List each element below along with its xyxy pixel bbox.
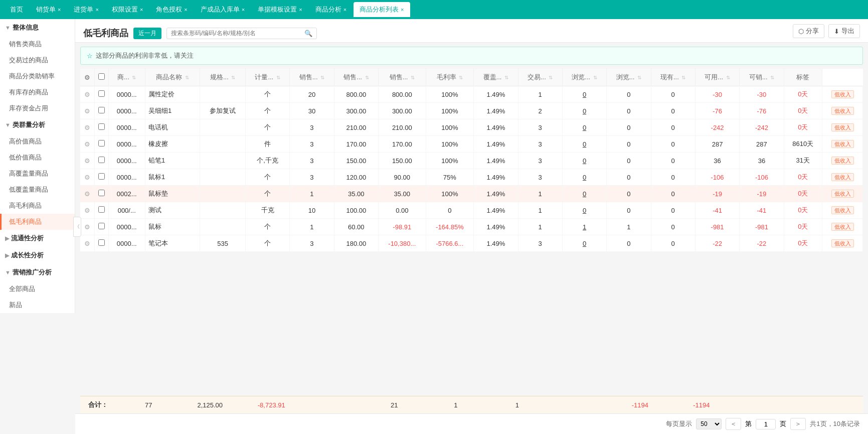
table-wrapper[interactable]: ⚙ 商... ⇅ 商品名称 ⇅ 规格... ⇅ 计量... ⇅ 销售... ⇅ …	[80, 69, 863, 396]
nav-home[interactable]: 首页	[4, 2, 29, 17]
row-gear[interactable]: ⚙	[80, 202, 94, 219]
sidebar-group-growth[interactable]: ▶ 成长性分析	[0, 247, 75, 264]
row-gear[interactable]: ⚙	[80, 153, 94, 169]
row-trade[interactable]: 0	[562, 235, 606, 252]
row-stock: -76	[695, 103, 739, 119]
row-checkbox[interactable]	[94, 103, 108, 119]
row-gear[interactable]: ⚙	[80, 86, 94, 103]
th-stock: 现有... ⇅	[651, 69, 695, 86]
nav-product-analysis[interactable]: 商品分析 ×	[309, 2, 353, 17]
row-price: 210.00	[334, 119, 378, 136]
row-trade[interactable]: 1	[562, 219, 606, 235]
page-number-input[interactable]	[756, 419, 776, 429]
row-amount: 170.00	[378, 136, 426, 153]
row-pct: -164.85%	[426, 219, 474, 235]
footer-amount: -8,723.91	[241, 401, 302, 409]
sidebar-group-cluster[interactable]: ▼ 类群量分析	[0, 116, 75, 133]
row-checkbox[interactable]	[94, 136, 108, 153]
row-trade[interactable]: 0	[562, 119, 606, 136]
row-trade[interactable]: 0	[562, 136, 606, 153]
search-input[interactable]	[171, 30, 304, 37]
row-spec	[200, 119, 246, 136]
nav-template[interactable]: 单据模板设置 ×	[252, 2, 308, 17]
row-unit: 个	[245, 186, 289, 202]
row-tag: 低收入	[822, 86, 863, 103]
sidebar-item-new-products[interactable]: 新品	[0, 297, 75, 313]
row-gear[interactable]: ⚙	[80, 186, 94, 202]
sidebar-item-stock-funds[interactable]: 库存资金占用	[0, 100, 75, 116]
nav-close-permissions[interactable]: ×	[140, 7, 143, 13]
nav-close-product-in[interactable]: ×	[242, 7, 245, 13]
nav-close-purchase[interactable]: ×	[95, 7, 98, 13]
sidebar-group-overall[interactable]: ▼ 整体信息	[0, 19, 75, 36]
search-icon[interactable]: 🔍	[304, 30, 312, 37]
nav-close-roles[interactable]: ×	[184, 7, 187, 13]
select-all-checkbox[interactable]	[98, 73, 105, 80]
row-checkbox[interactable]	[94, 86, 108, 103]
row-checkbox[interactable]	[94, 235, 108, 252]
row-avail: -22	[740, 235, 784, 252]
th-browse1: 浏览... ⇅	[562, 69, 606, 86]
row-gear[interactable]: ⚙	[80, 136, 94, 153]
nav-close-template[interactable]: ×	[299, 7, 302, 13]
row-cover: 3	[518, 136, 562, 153]
row-trade[interactable]: 0	[562, 103, 606, 119]
sidebar-item-low-coverage[interactable]: 低覆盖量商品	[0, 182, 75, 198]
row-amount: 210.00	[378, 119, 426, 136]
nav-roles[interactable]: 角色授权 ×	[150, 2, 193, 17]
row-trade[interactable]: 0	[562, 186, 606, 202]
row-gear[interactable]: ⚙	[80, 119, 94, 136]
row-checkbox[interactable]	[94, 186, 108, 202]
row-checkbox[interactable]	[94, 169, 108, 186]
share-button[interactable]: ⬡ 分享	[793, 24, 824, 38]
sidebar-item-high-value[interactable]: 高价值商品	[0, 133, 75, 150]
row-margin: 1.49%	[474, 186, 518, 202]
sidebar-item-low-value[interactable]: 低价值商品	[0, 150, 75, 166]
nav-close-product-analysis[interactable]: ×	[343, 7, 346, 13]
nav-permissions[interactable]: 权限设置 ×	[106, 2, 149, 17]
row-margin: 1.49%	[474, 153, 518, 169]
row-name: 测试	[145, 202, 200, 219]
nav-close-sales[interactable]: ×	[58, 7, 61, 13]
prev-page-btn[interactable]: ＜	[726, 418, 741, 430]
nav-purchase[interactable]: 进货单 ×	[68, 2, 104, 17]
sidebar-item-traded-products[interactable]: 交易过的商品	[0, 52, 75, 68]
sidebar-item-category-rate[interactable]: 商品分类助销率	[0, 68, 75, 84]
row-gear[interactable]: ⚙	[80, 235, 94, 252]
row-browse1: 0	[607, 86, 651, 103]
sidebar-group-marketing[interactable]: ▼ 营销推广分析	[0, 264, 75, 281]
row-gear[interactable]: ⚙	[80, 169, 94, 186]
footer-price: 2,125.00	[180, 401, 241, 409]
row-checkbox[interactable]	[94, 202, 108, 219]
sidebar-group-flow[interactable]: ▶ 流通性分析	[0, 230, 75, 247]
sidebar-item-high-margin[interactable]: 高毛利商品	[0, 198, 75, 214]
row-tag: 低收入	[822, 136, 863, 153]
sidebar-item-sales-products[interactable]: 销售类商品	[0, 36, 75, 52]
row-trade[interactable]: 0	[562, 153, 606, 169]
th-name: 商品名称 ⇅	[145, 69, 200, 86]
sidebar-collapse-btn[interactable]: 《	[73, 217, 81, 237]
sidebar-item-instock-products[interactable]: 有库存的商品	[0, 84, 75, 100]
export-button[interactable]: ⬇ 导出	[828, 24, 860, 38]
time-filter-button[interactable]: 近一月	[133, 28, 161, 39]
page-title: 低毛利商品	[83, 27, 128, 39]
nav-product-in[interactable]: 产成品入库单 ×	[195, 2, 251, 17]
row-trade[interactable]: 0	[562, 202, 606, 219]
row-trade[interactable]: 0	[562, 169, 606, 186]
nav-sales[interactable]: 销货单 ×	[30, 2, 67, 17]
row-gear[interactable]: ⚙	[80, 103, 94, 119]
next-page-btn[interactable]: ＞	[790, 418, 806, 430]
row-checkbox[interactable]	[94, 219, 108, 235]
sidebar-item-high-coverage[interactable]: 高覆盖量商品	[0, 166, 75, 182]
row-trade[interactable]: 0	[562, 86, 606, 103]
th-gear[interactable]: ⚙	[80, 69, 94, 86]
nav-close-list[interactable]: ×	[401, 7, 404, 13]
row-checkbox[interactable]	[94, 119, 108, 136]
row-checkbox[interactable]	[94, 153, 108, 169]
sidebar-item-low-margin[interactable]: 低毛利商品	[0, 214, 75, 230]
footer-cells: 77 2,125.00 -8,723.91 21 1 1 -1194 -1194	[118, 401, 855, 409]
row-gear[interactable]: ⚙	[80, 219, 94, 235]
nav-product-analysis-list[interactable]: 商品分析列表 ×	[354, 2, 410, 17]
page-size-select[interactable]: 50 100 200	[696, 418, 722, 429]
sidebar-item-all-products[interactable]: 全部商品	[0, 281, 75, 297]
